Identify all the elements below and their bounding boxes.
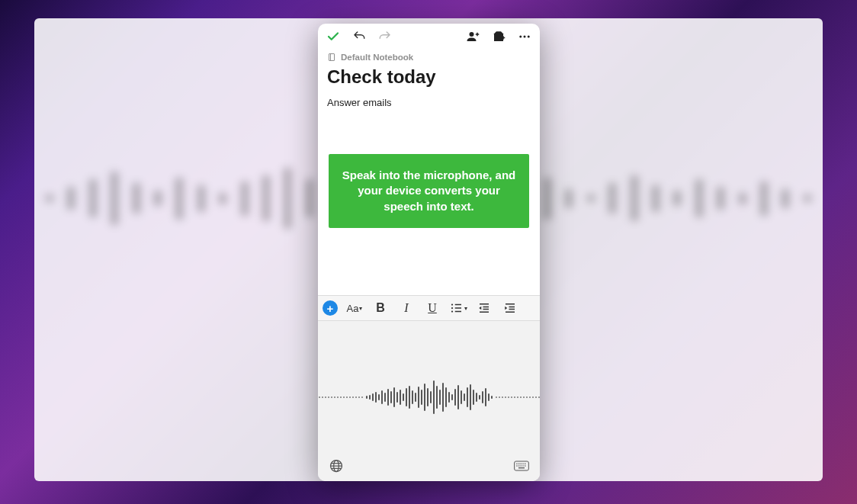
top-toolbar (318, 24, 540, 45)
svg-point-0 (470, 32, 474, 37)
more-icon (518, 30, 531, 43)
svg-point-7 (451, 307, 452, 309)
svg-rect-27 (518, 464, 519, 464)
svg-rect-31 (516, 465, 517, 466)
underline-button[interactable]: U (423, 299, 441, 317)
svg-rect-32 (518, 465, 519, 466)
note-editor-area[interactable] (318, 228, 540, 295)
voice-waveform (318, 374, 540, 420)
svg-rect-34 (522, 465, 523, 466)
notebook-selector[interactable]: Default Notebook (318, 45, 540, 63)
outdent-icon (477, 301, 491, 315)
svg-point-2 (524, 36, 526, 38)
check-icon (326, 30, 340, 43)
plus-icon: + (327, 302, 334, 315)
svg-point-3 (528, 36, 530, 38)
list-icon (450, 301, 464, 315)
notebook-name: Default Notebook (341, 53, 413, 62)
note-title[interactable]: Check today (318, 63, 540, 92)
format-toolbar: + Aa▾ B I U ▾ (318, 295, 540, 321)
svg-rect-28 (521, 464, 522, 464)
svg-rect-26 (516, 464, 517, 464)
chevron-down-icon: ▾ (464, 305, 467, 312)
undo-icon (352, 30, 366, 43)
svg-rect-33 (521, 465, 522, 466)
globe-icon (329, 457, 344, 474)
svg-rect-4 (329, 54, 335, 61)
voice-hint-callout: Speak into the microphone, and your devi… (329, 154, 529, 228)
svg-rect-35 (525, 465, 525, 466)
chevron-down-icon: ▾ (359, 305, 362, 312)
list-button[interactable]: ▾ (449, 299, 467, 317)
share-user-button[interactable] (465, 29, 480, 44)
add-attachment-button[interactable]: + (323, 300, 338, 316)
language-button[interactable] (329, 458, 344, 474)
font-style-button[interactable]: Aa▾ (345, 299, 364, 317)
confirm-button[interactable] (326, 29, 341, 44)
svg-point-8 (451, 310, 452, 312)
bold-button[interactable]: B (371, 299, 390, 317)
undo-button[interactable] (351, 29, 367, 44)
phone-frame: Default Notebook Check today Answer emai… (318, 24, 540, 481)
add-tag-icon (492, 30, 506, 43)
svg-rect-29 (522, 464, 523, 464)
svg-point-6 (451, 303, 452, 305)
voice-input-panel (318, 321, 540, 481)
add-user-icon (466, 30, 480, 43)
indent-icon (503, 301, 517, 315)
redo-button[interactable] (377, 29, 393, 44)
redo-icon (378, 30, 392, 43)
keyboard-icon (514, 459, 529, 473)
font-label: Aa (347, 303, 359, 314)
italic-button[interactable]: I (397, 299, 416, 317)
add-reminder-button[interactable] (491, 29, 506, 44)
notebook-icon (327, 53, 336, 62)
more-button[interactable] (517, 29, 532, 44)
svg-rect-36 (518, 467, 525, 468)
outdent-button[interactable] (475, 299, 493, 317)
svg-point-1 (519, 36, 522, 38)
svg-rect-30 (525, 464, 525, 464)
keyboard-button[interactable] (514, 458, 529, 474)
indent-button[interactable] (501, 299, 519, 317)
note-body[interactable]: Answer emails (318, 92, 540, 113)
